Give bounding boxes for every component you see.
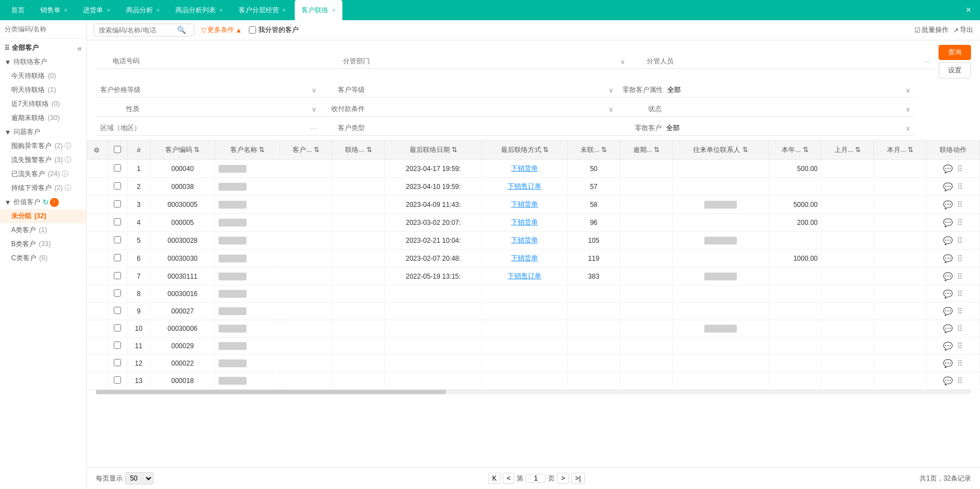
last-way-cell[interactable]: 下销货单	[482, 160, 568, 178]
row-checkbox[interactable]	[114, 200, 121, 207]
region-input[interactable]	[145, 124, 309, 132]
my-customers-checkbox[interactable]	[249, 26, 256, 34]
grid-action-icon[interactable]: ⠿	[957, 254, 963, 263]
nav-purchase-order[interactable]: 进货单 ×	[76, 0, 117, 20]
phone-input[interactable]	[144, 58, 322, 66]
grid-action-icon[interactable]: ⠿	[957, 218, 963, 227]
chat-icon[interactable]: 💬	[943, 324, 953, 333]
last-way-link[interactable]: 下销货单	[511, 200, 538, 208]
last-way-cell[interactable]: 下销货单	[482, 232, 568, 250]
row-checkbox[interactable]	[114, 307, 121, 314]
chevron-down-icon[interactable]: ∨	[609, 86, 614, 94]
sidebar-item-class-a[interactable]: A类客户 (1)	[0, 223, 86, 237]
row-checkbox-cell[interactable]	[107, 303, 127, 320]
problem-customers-group[interactable]: ▼ 问题客户	[0, 125, 86, 139]
chevron-down-icon[interactable]: ∨	[312, 105, 317, 113]
nav-product-analysis-list[interactable]: 商品分析列表 ×	[169, 0, 229, 20]
grid-action-icon[interactable]: ⠿	[957, 342, 963, 350]
all-customers-header[interactable]: ⠿ 全部客户 «	[0, 39, 86, 55]
grid-action-icon[interactable]: ⠿	[957, 289, 963, 298]
company-contact-header[interactable]: 往来单位联系人 ⇅	[672, 141, 769, 160]
chevron-down-icon[interactable]: ∨	[609, 105, 614, 113]
row-checkbox-cell[interactable]	[107, 178, 127, 196]
row-checkbox-cell[interactable]	[107, 160, 127, 178]
last-way-cell[interactable]: 下销货单	[482, 214, 568, 232]
customer-search-input[interactable]	[99, 26, 177, 34]
sidebar-item-overdue-contact[interactable]: 逾期未联络 (30)	[0, 111, 86, 125]
close-icon[interactable]: ×	[219, 7, 222, 13]
last-way-cell[interactable]	[482, 303, 568, 320]
chevron-down-icon[interactable]: ∨	[620, 58, 625, 66]
more-icon[interactable]: ···	[924, 58, 930, 66]
nav-product-analysis[interactable]: 商品分析 ×	[119, 0, 166, 20]
per-page-select[interactable]: 50 100 200	[125, 472, 154, 485]
grid-action-icon[interactable]: ⠿	[957, 164, 963, 173]
sidebar-item-churn-warning[interactable]: 流失预警客户 (3) ⓘ	[0, 153, 86, 167]
collapse-icon[interactable]: «	[77, 44, 82, 53]
status-input[interactable]	[666, 105, 903, 113]
checkbox-header[interactable]	[107, 141, 127, 160]
grid-action-icon[interactable]: ⠿	[957, 324, 963, 333]
row-checkbox[interactable]	[114, 272, 121, 279]
chat-icon[interactable]: 💬	[943, 359, 953, 368]
chat-icon[interactable]: 💬	[943, 376, 953, 385]
sidebar-item-declining-customer[interactable]: 持续下滑客户 (2) ⓘ	[0, 181, 86, 195]
close-icon[interactable]: ×	[332, 7, 335, 13]
customer-type-col-header[interactable]: 客户... ⇅	[280, 141, 332, 160]
first-page-button[interactable]: K	[488, 473, 500, 484]
scrollbar-thumb[interactable]	[96, 390, 446, 394]
chat-icon[interactable]: 💬	[943, 182, 953, 191]
last-way-cell[interactable]: 下销售订单	[482, 178, 568, 196]
category-search-input[interactable]	[4, 25, 87, 33]
last-contact-date-header[interactable]: 最后联络日期 ⇅	[385, 141, 482, 160]
this-year-header[interactable]: 本年... ⇅	[769, 141, 821, 160]
customer-type-input[interactable]	[369, 124, 614, 132]
row-checkbox[interactable]	[114, 218, 121, 225]
row-checkbox[interactable]	[114, 182, 121, 190]
last-way-link[interactable]: 下销货单	[511, 236, 538, 244]
last-page-button[interactable]: >|	[571, 473, 584, 484]
last-way-link[interactable]: 下销货单	[511, 164, 538, 172]
row-checkbox[interactable]	[114, 359, 121, 366]
manager-input[interactable]	[678, 58, 922, 66]
last-way-link[interactable]: 下销货单	[511, 218, 538, 226]
sidebar-item-7day-contact[interactable]: 近7天待联络 (0)	[0, 97, 86, 111]
nature-input[interactable]	[144, 105, 309, 113]
chat-icon[interactable]: 💬	[943, 218, 953, 227]
row-checkbox-cell[interactable]	[107, 232, 127, 250]
prev-page-button[interactable]: <	[503, 473, 514, 484]
grid-action-icon[interactable]: ⠿	[957, 182, 963, 191]
horizontal-scrollbar[interactable]	[96, 390, 971, 394]
grid-action-icon[interactable]: ⠿	[957, 307, 963, 316]
page-number-input[interactable]	[526, 474, 546, 483]
row-checkbox[interactable]	[114, 324, 121, 331]
row-checkbox-cell[interactable]	[107, 214, 127, 232]
next-page-button[interactable]: >	[557, 473, 569, 484]
sidebar-item-ungrouped[interactable]: 未分组 (32)	[0, 209, 86, 223]
close-window-button[interactable]: ×	[962, 5, 976, 15]
last-way-cell[interactable]: 下销售订单	[482, 267, 568, 285]
chat-icon[interactable]: 💬	[943, 342, 953, 350]
sidebar-item-class-b[interactable]: B类客户 (33)	[0, 237, 86, 251]
row-checkbox[interactable]	[114, 164, 121, 172]
pending-contact-group[interactable]: ▼ 待联络客户	[0, 55, 86, 69]
sidebar-item-abnormal-purchase[interactable]: 囤购异常客户 (2) ⓘ	[0, 139, 86, 153]
sidebar-item-tomorrow-contact[interactable]: 明天待联络 (1)	[0, 83, 86, 97]
reset-button[interactable]: 设置	[939, 62, 971, 79]
export-button[interactable]: ↗ 导出	[953, 25, 973, 35]
last-way-cell[interactable]	[482, 320, 568, 338]
chat-icon[interactable]: 💬	[943, 236, 953, 245]
settings-header[interactable]: ⚙	[87, 141, 107, 160]
dept-input[interactable]	[374, 58, 619, 66]
grid-action-icon[interactable]: ⠿	[957, 376, 963, 385]
chat-icon[interactable]: 💬	[943, 164, 953, 173]
row-checkbox-cell[interactable]	[107, 320, 127, 338]
row-checkbox-cell[interactable]	[107, 196, 127, 214]
customer-code-header[interactable]: 客户编码 ⇅	[150, 141, 215, 160]
row-checkbox-cell[interactable]	[107, 372, 127, 390]
row-checkbox-cell[interactable]	[107, 338, 127, 355]
refresh-icon[interactable]: ↻	[43, 198, 49, 206]
nav-customer-tier[interactable]: 客户分层经营 ×	[232, 0, 292, 20]
last-way-cell[interactable]	[482, 372, 568, 390]
close-icon[interactable]: ×	[106, 7, 110, 13]
